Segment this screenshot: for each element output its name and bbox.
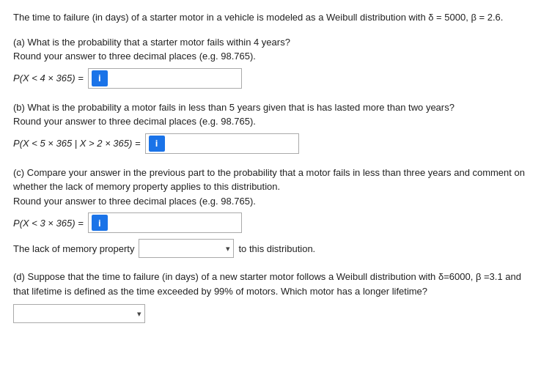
intro-text: The time to failure (in days) of a start… (13, 12, 503, 23)
part-a-answer-row: P(X < 4 × 365) = i (13, 68, 539, 89)
part-d-select[interactable]: Original motor New motor (13, 304, 145, 323)
part-a-input-container: i (88, 68, 242, 89)
section-c: (c) Compare your answer in the previous … (13, 166, 539, 259)
part-c-input[interactable] (111, 213, 241, 232)
part-d-question: (d) Suppose that the time to failure (in… (13, 270, 539, 298)
memory-property-row: The lack of memory property applies does… (13, 239, 539, 258)
part-b-math-label: P(X < 5 × 365 | X > 2 × 365) = (13, 138, 141, 149)
memory-select[interactable]: applies does not apply (139, 239, 234, 258)
part-a-q2: Round your answer to three decimal place… (13, 49, 539, 64)
part-a-math-label: P(X < 4 × 365) = (13, 73, 84, 84)
part-b-info-badge[interactable]: i (149, 136, 165, 152)
part-b-answer-row: P(X < 5 × 365 | X > 2 × 365) = i (13, 133, 539, 154)
part-d-q1: (d) Suppose that the time to failure (in… (13, 270, 539, 298)
part-c-answer-row: P(X < 3 × 365) = i (13, 212, 539, 233)
part-b-input-container: i (145, 133, 299, 154)
part-a-input[interactable] (111, 69, 241, 88)
section-d: (d) Suppose that the time to failure (in… (13, 270, 539, 323)
part-b-input[interactable] (168, 134, 298, 153)
part-c-q1: (c) Compare your answer in the previous … (13, 166, 539, 194)
memory-label: The lack of memory property (13, 243, 134, 254)
part-d-select-wrapper: Original motor New motor (13, 304, 145, 323)
part-b-question: (b) What is the probability a motor fail… (13, 100, 539, 129)
part-b-q1: (b) What is the probability a motor fail… (13, 100, 539, 115)
part-c-q2: Round your answer to three decimal place… (13, 194, 539, 209)
section-b: (b) What is the probability a motor fail… (13, 100, 539, 154)
problem-intro: The time to failure (in days) of a start… (13, 10, 539, 25)
part-d-answer-row: Original motor New motor (13, 304, 539, 323)
part-c-input-container: i (88, 212, 242, 233)
section-a: (a) What is the probability that a start… (13, 35, 539, 89)
part-c-info-badge[interactable]: i (92, 215, 108, 231)
part-a-q1: (a) What is the probability that a start… (13, 35, 539, 50)
memory-suffix: to this distribution. (238, 243, 315, 254)
part-c-question: (c) Compare your answer in the previous … (13, 166, 539, 209)
part-a-info-badge[interactable]: i (92, 70, 108, 86)
part-b-q2: Round your answer to three decimal place… (13, 114, 539, 129)
memory-select-wrapper: applies does not apply (139, 239, 234, 258)
part-c-math-label: P(X < 3 × 365) = (13, 218, 84, 229)
part-a-question: (a) What is the probability that a start… (13, 35, 539, 64)
